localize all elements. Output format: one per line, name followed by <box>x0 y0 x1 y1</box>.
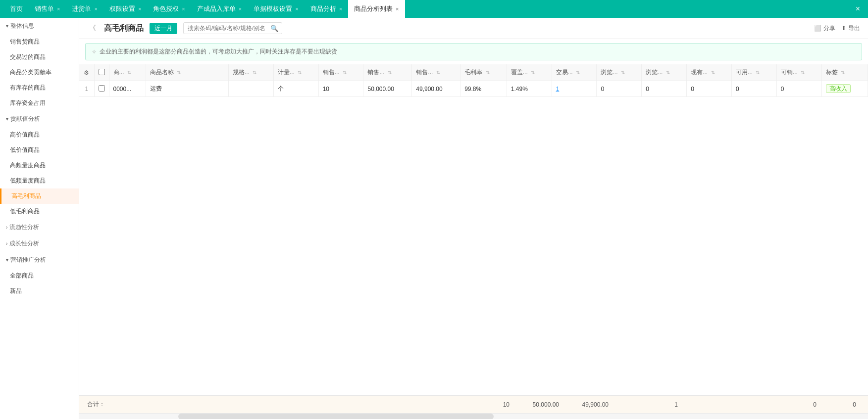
arrow-icon-3: › <box>6 225 7 230</box>
sidebar-item-high-value-goods[interactable]: 高价值商品 <box>0 127 79 142</box>
sort-icon-margin-rate: ⇅ <box>486 70 490 75</box>
col-name[interactable]: 商品名称 ⇅ <box>146 64 229 81</box>
financial-analysis-label: 贡献值分析 <box>10 115 40 123</box>
sidebar-group-growth-analysis[interactable]: › 成长性分析 <box>0 235 79 252</box>
col-sales-cost[interactable]: 销售... ⇅ <box>412 64 460 81</box>
export-button[interactable]: ⬆ 导出 <box>841 24 860 33</box>
footer-sales-qty: 10 <box>479 401 513 408</box>
sort-icon-browse2: ⇅ <box>666 70 670 75</box>
sidebar-item-low-margin-goods[interactable]: 低毛利商品 <box>0 204 79 219</box>
row-transactions: 1 <box>552 81 597 97</box>
close-role-permissions[interactable]: × <box>182 6 185 12</box>
close-permission-settings[interactable]: × <box>138 6 141 12</box>
sort-icon-sales-amount: ⇅ <box>388 70 392 75</box>
table-header-row: ⚙ 商... ⇅ 商品名称 ⇅ <box>79 64 868 81</box>
nav-role-permissions[interactable]: 角色授权 × <box>147 0 191 18</box>
sidebar-item-new-goods[interactable]: 新品 <box>0 283 79 299</box>
scrollbar-thumb[interactable] <box>178 414 494 419</box>
select-all-checkbox[interactable] <box>99 69 105 75</box>
settings-icon: ⚙ <box>84 69 89 76</box>
row-name: 运费 <box>146 81 229 97</box>
col-code[interactable]: 商... ⇅ <box>109 64 146 81</box>
sidebar-item-low-value-goods[interactable]: 低价值商品 <box>0 142 79 158</box>
sidebar-item-all-goods[interactable]: 全部商品 <box>0 268 79 283</box>
col-spec[interactable]: 规格... ⇅ <box>228 64 273 81</box>
sidebar-group-financial-analysis[interactable]: ▾ 贡献值分析 <box>0 111 79 127</box>
footer-sales-cost: 49,900.00 <box>563 401 613 408</box>
growth-analysis-label: 成长性分析 <box>9 239 39 248</box>
close-all-tabs[interactable]: × <box>852 4 864 13</box>
sort-icon-current: ⇅ <box>711 70 715 75</box>
sidebar-group-trend-analysis[interactable]: › 流趋性分析 <box>0 219 79 235</box>
col-checkbox[interactable] <box>94 64 109 81</box>
footer-values: 10 50,000.00 49,900.00 1 0 0 <box>479 401 860 408</box>
col-transactions[interactable]: 交易... ⇅ <box>552 64 597 81</box>
sort-icon-coverage: ⇅ <box>531 70 535 75</box>
footer-sellable: 0 <box>820 401 860 408</box>
sort-icon-sales-qty: ⇅ <box>343 70 347 75</box>
nav-purchase-order[interactable]: 进货单 × <box>66 0 103 18</box>
col-available[interactable]: 可用... ⇅ <box>732 64 777 81</box>
footer-totals-bar: 合计： 10 50,000.00 49,900.00 1 0 0 <box>79 395 868 413</box>
nav-product-analysis-list[interactable]: 商品分析列表 × <box>348 0 405 18</box>
sidebar-item-goods-contribution[interactable]: 商品分类贡献率 <box>0 65 79 80</box>
top-navigation: 首页 销售单 × 进货单 × 权限设置 × 角色授权 × 产成品入库单 × 单据… <box>0 0 868 18</box>
arrow-icon-4: › <box>6 241 7 246</box>
col-sales-qty[interactable]: 销售... ⇅ <box>318 64 363 81</box>
close-template-settings[interactable]: × <box>295 6 298 12</box>
col-current[interactable]: 现有... ⇅ <box>687 64 732 81</box>
share-button[interactable]: ⬜ 分享 <box>814 24 835 33</box>
export-icon: ⬆ <box>841 25 846 32</box>
col-unit[interactable]: 计量... ⇅ <box>273 64 318 81</box>
time-filter-button[interactable]: 近一月 <box>150 23 177 34</box>
content-header: 《 高毛利商品 近一月 🔍 ⬜ 分享 ⬆ 导出 <box>79 18 868 39</box>
row-sales-amount: 50,000.00 <box>363 81 412 97</box>
sort-icon-unit: ⇅ <box>298 70 302 75</box>
collapse-sidebar-button[interactable]: 《 <box>87 22 98 35</box>
row-tag: 高收入 <box>821 81 868 97</box>
sidebar-item-traded-goods[interactable]: 交易过的商品 <box>0 49 79 65</box>
close-purchase-order[interactable]: × <box>94 6 97 12</box>
sidebar-item-low-frequency-goods[interactable]: 低频量度商品 <box>0 173 79 188</box>
sort-icon-sales-cost: ⇅ <box>436 70 440 75</box>
nav-product-import[interactable]: 产成品入库单 × <box>191 0 248 18</box>
col-tag[interactable]: 标签 ⇅ <box>821 64 868 81</box>
main-layout: ▾ 整体信息 销售货商品 交易过的商品 商品分类贡献率 有库存的商品 库存资金占… <box>0 18 868 419</box>
col-sellable[interactable]: 可销... ⇅ <box>776 64 821 81</box>
transactions-link[interactable]: 1 <box>556 86 560 93</box>
nav-sales-order[interactable]: 销售单 × <box>29 0 66 18</box>
col-coverage[interactable]: 覆盖... ⇅ <box>507 64 552 81</box>
nav-home[interactable]: 首页 <box>4 0 29 18</box>
row-checkbox[interactable] <box>94 81 109 97</box>
sidebar-item-high-margin-goods[interactable]: 高毛利商品 <box>0 188 79 204</box>
marketing-analysis-label: 营销推广分析 <box>10 256 46 264</box>
close-product-import[interactable]: × <box>239 6 242 12</box>
sidebar-group-marketing-analysis[interactable]: ▾ 营销推广分析 <box>0 252 79 268</box>
nav-template-settings[interactable]: 单据模板设置 × <box>248 0 304 18</box>
col-margin-rate[interactable]: 毛利率 ⇅ <box>460 64 507 81</box>
close-product-analysis-list[interactable]: × <box>396 6 399 12</box>
table-wrapper: ⚙ 商... ⇅ 商品名称 ⇅ <box>79 64 868 395</box>
sidebar-group-overall-info[interactable]: ▾ 整体信息 <box>0 18 79 34</box>
col-browse2[interactable]: 浏览... ⇅ <box>642 64 687 81</box>
footer-available: 0 <box>781 401 820 408</box>
sidebar-item-stocked-goods[interactable]: 有库存的商品 <box>0 80 79 95</box>
sidebar: ▾ 整体信息 销售货商品 交易过的商品 商品分类贡献率 有库存的商品 库存资金占… <box>0 18 79 419</box>
search-button[interactable]: 🔍 <box>270 25 279 32</box>
close-product-analysis[interactable]: × <box>339 6 342 12</box>
sidebar-item-high-frequency-goods[interactable]: 高频量度商品 <box>0 158 79 173</box>
horizontal-scrollbar[interactable] <box>79 413 868 419</box>
col-browse1[interactable]: 浏览... ⇅ <box>597 64 642 81</box>
sort-icon-name: ⇅ <box>177 70 181 75</box>
sidebar-item-sales-goods[interactable]: 销售货商品 <box>0 34 79 49</box>
sidebar-item-stock-capital[interactable]: 库存资金占用 <box>0 95 79 111</box>
close-sales-order[interactable]: × <box>57 6 60 12</box>
sort-icon-browse1: ⇅ <box>621 70 625 75</box>
row-select-checkbox[interactable] <box>99 85 105 92</box>
nav-permission-settings[interactable]: 权限设置 × <box>103 0 147 18</box>
col-sales-amount[interactable]: 销售... ⇅ <box>363 64 412 81</box>
nav-product-analysis[interactable]: 商品分析 × <box>305 0 348 18</box>
row-num: 1 <box>79 81 94 97</box>
col-settings[interactable]: ⚙ <box>79 64 94 81</box>
search-input[interactable] <box>183 22 282 34</box>
